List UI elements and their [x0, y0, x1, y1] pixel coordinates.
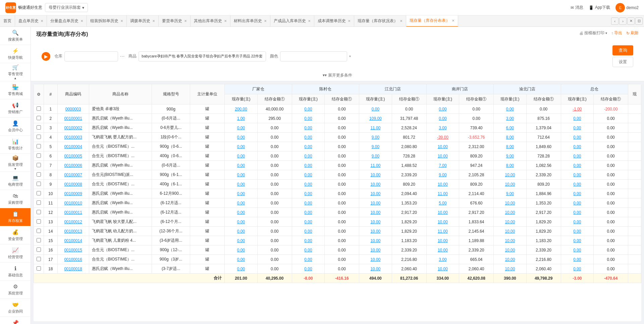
- row-jb-qty[interactable]: 10.00: [359, 255, 392, 264]
- tab-order-history[interactable]: 要货单历史 ✕: [159, 15, 191, 27]
- row-zc-qty[interactable]: -1.00: [561, 104, 594, 114]
- row-jb-qty[interactable]: 9.00: [359, 133, 392, 142]
- sidebar-item-wholesale[interactable]: 📦 批发管理 ▼: [0, 154, 31, 172]
- row-check[interactable]: [34, 104, 44, 114]
- row-check[interactable]: [34, 180, 44, 189]
- tab-inventory-history[interactable]: 盘点单历史 ✕: [15, 15, 47, 27]
- row-cc-qty[interactable]: 0.00: [292, 161, 325, 170]
- row-check[interactable]: [34, 208, 44, 217]
- row-zc-qty[interactable]: 0.00: [561, 123, 594, 133]
- sidebar-item-guide[interactable]: 📌 新手引导: [0, 317, 31, 324]
- row-code[interactable]: 00100013: [57, 227, 89, 236]
- row-yb-qty[interactable]: 10.00: [494, 245, 527, 255]
- row-zc-qty[interactable]: 0.00: [561, 236, 594, 245]
- row-check[interactable]: [34, 170, 44, 180]
- row-zc-qty[interactable]: 0.00: [561, 198, 594, 208]
- row-code[interactable]: 00100007: [57, 170, 89, 180]
- row-cc-qty[interactable]: 0.00: [292, 198, 325, 208]
- sidebar-item-enterprise[interactable]: 🤝 企业协同: [0, 299, 31, 317]
- row-na-qty[interactable]: 10.00: [426, 151, 459, 161]
- row-jb-qty[interactable]: 11.00: [359, 161, 392, 170]
- row-code[interactable]: 00100014: [57, 236, 89, 245]
- sidebar-item-member[interactable]: 👤 会员中心: [0, 118, 31, 136]
- row-jb-qty[interactable]: 9.00: [359, 142, 392, 151]
- collapse-button[interactable]: ▶: [42, 52, 50, 61]
- row-zc-qty[interactable]: 0.00: [561, 133, 594, 142]
- row-cy-qty[interactable]: 0.00: [225, 198, 258, 208]
- row-jb-qty[interactable]: 10.00: [359, 180, 392, 189]
- row-yb-qty[interactable]: 10.00: [494, 264, 527, 274]
- row-cy-qty[interactable]: 0.00: [225, 151, 258, 161]
- row-cc-qty[interactable]: 0.00: [292, 151, 325, 161]
- row-cy-qty[interactable]: 0.00: [225, 255, 258, 264]
- row-na-qty[interactable]: 10.00: [426, 180, 459, 189]
- row-cc-qty[interactable]: 0.00: [292, 180, 325, 189]
- row-jb-qty[interactable]: 10.00: [359, 170, 392, 180]
- row-zc-qty[interactable]: 0.00: [561, 142, 594, 151]
- settings-button[interactable]: 设置: [612, 57, 633, 67]
- row-cy-qty[interactable]: 0.00: [225, 170, 258, 180]
- row-jb-qty[interactable]: 10.00: [359, 264, 392, 274]
- row-yb-qty[interactable]: 9.00: [494, 189, 527, 198]
- sidebar-item-nav[interactable]: ⚡ 快捷导航: [0, 45, 31, 63]
- row-jb-qty[interactable]: 10.00: [359, 217, 392, 227]
- row-zc-qty[interactable]: 0.00: [561, 170, 594, 180]
- row-cc-qty[interactable]: 0.00: [292, 245, 325, 255]
- tab-home[interactable]: 首页: [0, 15, 15, 27]
- row-cy-qty[interactable]: 0.00: [225, 245, 258, 255]
- row-cc-qty[interactable]: 0.00: [292, 123, 325, 133]
- row-zc-qty[interactable]: 0.00: [561, 208, 594, 217]
- row-check[interactable]: [34, 255, 44, 264]
- close-icon[interactable]: ✕: [120, 19, 123, 23]
- row-jb-qty[interactable]: 10.00: [359, 245, 392, 255]
- row-yb-qty[interactable]: 8.00: [494, 161, 527, 170]
- row-zc-qty[interactable]: 0.00: [561, 245, 594, 255]
- row-na-qty[interactable]: 0.00: [426, 114, 459, 123]
- close-icon[interactable]: ✕: [152, 19, 155, 23]
- tab-stock-distribution[interactable]: 现存量（库存分布表） ✕: [406, 15, 458, 27]
- row-check[interactable]: [34, 245, 44, 255]
- row-cy-qty[interactable]: 0.00: [225, 142, 258, 151]
- sidebar-item-search[interactable]: 🔍 搜索英单: [0, 27, 31, 45]
- row-code[interactable]: 00100002: [57, 123, 89, 133]
- row-na-qty[interactable]: 3.00: [426, 255, 459, 264]
- row-zc-qty[interactable]: 0.00: [561, 151, 594, 161]
- close-icon[interactable]: ✕: [264, 19, 267, 23]
- close-icon[interactable]: ✕: [308, 19, 311, 23]
- export-button[interactable]: ↑ 导出: [611, 30, 622, 36]
- row-jb-qty[interactable]: 10.00: [359, 198, 392, 208]
- row-yb-qty[interactable]: 3.00: [494, 114, 527, 123]
- row-check[interactable]: [34, 151, 44, 161]
- row-jb-qty[interactable]: 10.00: [359, 189, 392, 198]
- gear-icon[interactable]: ⚙: [37, 92, 41, 97]
- tab-assembly-history[interactable]: 组装拆卸单历史 ✕: [87, 15, 127, 27]
- message-button[interactable]: ✉ 消息: [571, 5, 583, 10]
- row-na-qty[interactable]: 5.00: [426, 198, 459, 208]
- row-yb-qty[interactable]: 10.00: [494, 208, 527, 217]
- warehouse-more-icon[interactable]: ···: [120, 53, 124, 59]
- store-selector[interactable]: 母婴行业演示陈套 ▾: [45, 3, 88, 12]
- row-zc-qty[interactable]: 0.00: [561, 217, 594, 227]
- row-na-qty[interactable]: 10.00: [426, 264, 459, 274]
- row-code[interactable]: 00100003: [57, 133, 89, 142]
- row-code[interactable]: 00100001: [57, 114, 89, 123]
- row-cc-qty[interactable]: 0.00: [292, 227, 325, 236]
- row-na-qty[interactable]: 11.00: [426, 189, 459, 198]
- row-code[interactable]: 00100016: [57, 255, 89, 264]
- sidebar-item-inventory[interactable]: 📋 库存核算: [0, 208, 31, 226]
- row-na-qty[interactable]: 7.00: [426, 161, 459, 170]
- row-check[interactable]: [34, 189, 44, 198]
- row-na-qty[interactable]: 10.00: [426, 142, 459, 151]
- row-na-qty[interactable]: -39.00: [426, 133, 459, 142]
- row-cc-qty[interactable]: 0.00: [292, 264, 325, 274]
- sidebar-item-operations[interactable]: 📈 经营管理: [0, 244, 31, 263]
- close-icon[interactable]: ✕: [80, 19, 83, 23]
- row-cc-qty[interactable]: 0.00: [292, 189, 325, 198]
- row-na-qty[interactable]: 0.00: [426, 104, 459, 114]
- row-cy-qty[interactable]: 0.00: [225, 217, 258, 227]
- expand-conditions-button[interactable]: ▾▾ 展开更多条件: [36, 71, 639, 81]
- row-code[interactable]: 0000003: [57, 104, 89, 114]
- app-download-button[interactable]: 📱 App下载: [589, 5, 610, 10]
- tab-stock-status[interactable]: 现存量（库存状况表） ✕: [354, 15, 406, 27]
- row-yb-qty[interactable]: 10.00: [494, 198, 527, 208]
